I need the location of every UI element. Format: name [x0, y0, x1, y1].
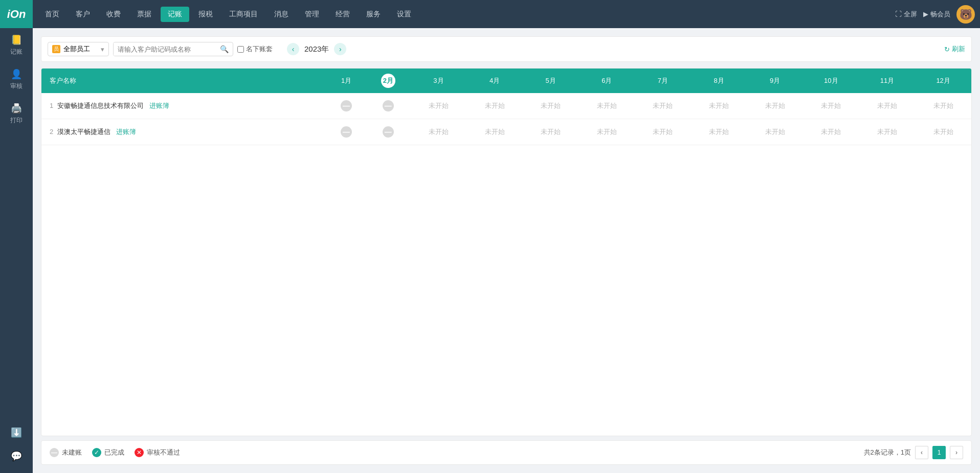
month-cell-m7: 未开始: [635, 119, 691, 145]
row-name-cell: 2 漠澳太平畅捷通信 进账簿: [41, 119, 327, 145]
not-started-text: 未开始: [933, 102, 953, 109]
page-1-button[interactable]: 1: [932, 446, 946, 459]
not-started-text: 未开始: [429, 102, 449, 109]
refresh-button[interactable]: ↻ 刷新: [944, 44, 965, 54]
not-started-text: 未开始: [933, 128, 953, 136]
nav-xiaoxi[interactable]: 消息: [267, 7, 296, 22]
not-started-text: 未开始: [877, 102, 897, 109]
nav-client[interactable]: 客户: [69, 7, 97, 22]
legend-completed-label: 已完成: [104, 448, 124, 457]
dash-icon: —: [341, 126, 352, 138]
legend-rejected: ✕ 审核不通过: [135, 448, 180, 457]
col-header-m10: 10月: [803, 69, 859, 93]
prev-page-button[interactable]: ‹: [915, 446, 928, 459]
shenhe-icon: 👤: [11, 69, 22, 80]
nav-fuwu[interactable]: 服务: [359, 7, 388, 22]
month-cell-m12: 未开始: [915, 119, 971, 145]
employee-tag-icon: 员: [52, 45, 60, 53]
month-cell-m8: 未开始: [691, 93, 747, 119]
member-button[interactable]: ▶ 畅会员: [923, 10, 950, 19]
not-started-text: 未开始: [765, 102, 785, 109]
legend-completed-icon: ✓: [92, 448, 101, 457]
mingxia-checkbox[interactable]: [237, 46, 244, 53]
legend-not-created: — 未建账: [50, 448, 82, 457]
month-cell-m8: 未开始: [691, 119, 747, 145]
checkbox-text: 名下账套: [246, 44, 273, 54]
fullscreen-label: 全屏: [904, 10, 917, 19]
topnav-right: ⛶ 全屏 ▶ 畅会员 🐻: [895, 5, 975, 24]
next-page-button[interactable]: ›: [950, 446, 963, 459]
col-header-m5: 5月: [523, 69, 579, 93]
not-started-text: 未开始: [541, 128, 561, 136]
dash-icon: —: [383, 126, 394, 138]
year-next-button[interactable]: ›: [334, 43, 346, 55]
not-started-text: 未开始: [653, 102, 673, 109]
month-cell-m10: 未开始: [803, 119, 859, 145]
dropdown-arrow-icon: ▾: [101, 46, 104, 53]
enter-ledger-link[interactable]: 进账簿: [149, 102, 169, 109]
nav-shoufei[interactable]: 收费: [99, 7, 128, 22]
legend-not-created-icon: —: [50, 448, 59, 457]
month-cell-m4: 未开始: [466, 93, 523, 119]
dash-icon: —: [383, 100, 394, 111]
legend-completed: ✓ 已完成: [92, 448, 124, 457]
sidebar-label-dayin: 打印: [10, 116, 23, 125]
nav-home[interactable]: 首页: [38, 7, 66, 22]
month-cell-m4: 未开始: [466, 119, 523, 145]
not-started-text: 未开始: [597, 102, 617, 109]
month-cell-m7: 未开始: [635, 93, 691, 119]
search-input[interactable]: [114, 43, 216, 56]
member-label: 畅会员: [930, 10, 950, 19]
col-header-m8: 8月: [691, 69, 747, 93]
employee-selector[interactable]: 员 全部员工 ▾: [48, 42, 109, 56]
dayin-icon: 🖨️: [11, 103, 22, 114]
checkbox-label-mingxia[interactable]: 名下账套: [237, 44, 273, 54]
sidebar-item-download[interactable]: ⬇️: [0, 421, 33, 444]
company-name: 安徽畅捷通信息技术有限公司: [57, 102, 144, 109]
not-started-text: 未开始: [541, 102, 561, 109]
user-avatar[interactable]: 🐻: [956, 5, 975, 24]
nav-piaoju[interactable]: 票据: [130, 7, 159, 22]
year-prev-button[interactable]: ‹: [287, 43, 299, 55]
nav-guanli[interactable]: 管理: [298, 7, 326, 22]
legend-rejected-label: 审核不通过: [147, 448, 180, 457]
refresh-label: 刷新: [952, 44, 965, 54]
enter-ledger-link[interactable]: 进账簿: [116, 128, 136, 136]
fullscreen-button[interactable]: ⛶ 全屏: [895, 10, 917, 19]
not-started-text: 未开始: [821, 102, 841, 109]
not-started-text: 未开始: [709, 102, 729, 109]
sidebar: iOn 📒 记账 👤 审核 🖨️ 打印 ⬇️ 💬: [0, 0, 33, 473]
nav-jingying[interactable]: 经营: [328, 7, 357, 22]
pagination-area: 共2条记录，1页 ‹ 1 ›: [864, 446, 963, 459]
month-cell-m5: 未开始: [523, 119, 579, 145]
month-cell-m3: 未开始: [411, 93, 467, 119]
search-field-wrap: 🔍: [113, 42, 233, 56]
col-header-m9: 9月: [747, 69, 803, 93]
bookkeeping-table: 客户名称 1月 2月 3月 4月 5月 6月 7月 8月 9月 10月 11月 …: [41, 69, 971, 145]
sidebar-item-dayin[interactable]: 🖨️ 打印: [0, 97, 33, 131]
nav-gongshang[interactable]: 工商项目: [222, 7, 265, 22]
col-header-m11: 11月: [859, 69, 916, 93]
month-cell-m2: —: [366, 119, 411, 145]
nav-shezhi[interactable]: 设置: [390, 7, 418, 22]
nav-jizhang[interactable]: 记账: [161, 7, 189, 22]
sidebar-item-jizhang[interactable]: 📒 记账: [0, 28, 33, 62]
row-number: 2: [50, 128, 53, 136]
page-content: 员 全部员工 ▾ 🔍 名下账套 ‹ 2023年 › ↻ 刷新: [33, 28, 980, 473]
not-started-text: 未开始: [429, 128, 449, 136]
not-started-text: 未开始: [485, 102, 505, 109]
col-header-m3: 3月: [411, 69, 467, 93]
month-cell-m1: —: [327, 119, 366, 145]
app-logo: iOn: [0, 0, 33, 28]
sidebar-item-support[interactable]: 💬: [0, 444, 33, 468]
search-button[interactable]: 🔍: [216, 42, 233, 56]
nav-baoshui[interactable]: 报税: [191, 7, 220, 22]
fullscreen-icon: ⛶: [895, 10, 902, 18]
not-started-text: 未开始: [821, 128, 841, 136]
table-row: 1 安徽畅捷通信息技术有限公司 进账簿 ——未开始未开始未开始未开始未开始未开始…: [41, 93, 971, 119]
month-cell-m6: 未开始: [578, 119, 635, 145]
row-name-cell: 1 安徽畅捷通信息技术有限公司 进账簿: [41, 93, 327, 119]
month-cell-m9: 未开始: [747, 119, 803, 145]
month-cell-m11: 未开始: [859, 119, 916, 145]
sidebar-item-shenhe[interactable]: 👤 审核: [0, 62, 33, 97]
